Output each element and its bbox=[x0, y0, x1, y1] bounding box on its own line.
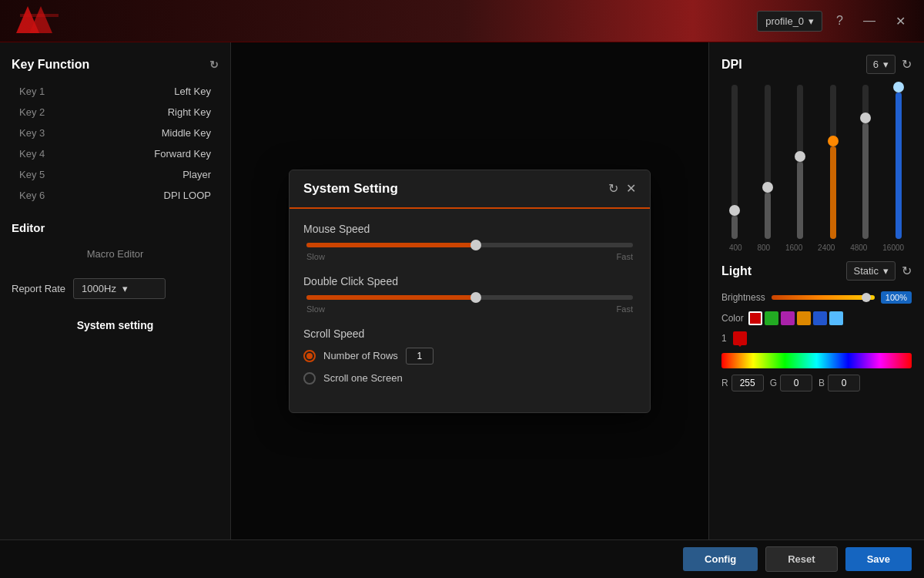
rgb-r-label: R bbox=[721, 378, 728, 388]
dpi-slider-fill bbox=[797, 162, 803, 239]
key-id: Key 3 bbox=[19, 127, 45, 139]
scroll-option-screen[interactable]: Scroll one Screen bbox=[303, 372, 636, 385]
save-button[interactable]: Save bbox=[845, 547, 912, 571]
selected-color-indicator-row: 1 bbox=[721, 331, 912, 345]
close-button[interactable]: ✕ bbox=[889, 11, 912, 32]
report-rate-chevron-icon: ▾ bbox=[122, 283, 128, 294]
profile-select[interactable]: profile_0 ▾ bbox=[757, 11, 822, 32]
double-click-slider[interactable]: Slow Fast bbox=[303, 295, 636, 314]
dpi-labels: 400 800 1600 2400 4800 16000 bbox=[721, 244, 912, 252]
color-swatch-3[interactable] bbox=[781, 311, 795, 325]
modal-close-button[interactable]: ✕ bbox=[626, 181, 636, 196]
color-spectrum[interactable] bbox=[721, 353, 912, 368]
key-value: Player bbox=[182, 169, 211, 180]
key-function-title: Key Function ↻ bbox=[12, 58, 219, 72]
modal-title: System Setting bbox=[303, 181, 398, 197]
scroll-rows-radio[interactable] bbox=[303, 350, 316, 362]
dpi-slider-fill-blue bbox=[896, 92, 902, 239]
brightness-row: Brightness 100% bbox=[721, 291, 912, 304]
help-button[interactable]: ? bbox=[830, 11, 849, 31]
scroll-option-rows[interactable]: Number of Rows bbox=[303, 348, 636, 365]
mouse-speed-slow-label: Slow bbox=[306, 252, 325, 261]
light-mode-select[interactable]: Static ▾ bbox=[846, 261, 896, 281]
modal-overlay: System Setting ↻ ✕ Mouse Speed bbox=[231, 42, 708, 539]
key-row[interactable]: Key 6 DPI LOOP bbox=[12, 185, 219, 206]
dpi-label: 400 bbox=[729, 244, 742, 252]
key-id: Key 2 bbox=[19, 106, 45, 118]
dpi-section-header: DPI 6 ▾ ↻ bbox=[721, 55, 912, 74]
dpi-slider-thumb[interactable] bbox=[828, 136, 839, 146]
dpi-slider-track[interactable] bbox=[830, 85, 836, 239]
selected-color-indicator[interactable] bbox=[733, 331, 747, 345]
config-button[interactable]: Config bbox=[683, 547, 758, 571]
brightness-thumb[interactable] bbox=[862, 293, 871, 302]
dpi-value: 6 bbox=[873, 59, 879, 70]
color-swatch-4[interactable] bbox=[797, 311, 811, 325]
color-label: Color bbox=[721, 313, 744, 324]
dpi-slider-track[interactable] bbox=[896, 85, 902, 239]
rgb-r-group: R bbox=[721, 375, 764, 391]
scroll-rows-input[interactable] bbox=[406, 348, 434, 365]
key-id: Key 6 bbox=[19, 190, 45, 201]
scroll-options: Number of Rows Scroll one Screen bbox=[303, 348, 636, 385]
light-mode-chevron-icon: ▾ bbox=[883, 265, 889, 277]
key-row[interactable]: Key 4 Forward Key bbox=[12, 143, 219, 164]
report-rate-value: 1000Hz bbox=[82, 283, 116, 294]
minimize-button[interactable]: — bbox=[857, 11, 882, 31]
key-row[interactable]: Key 5 Player bbox=[12, 164, 219, 185]
rgb-b-input[interactable] bbox=[828, 375, 860, 391]
dpi-slider-thumb[interactable] bbox=[762, 182, 773, 193]
dpi-slider-track[interactable] bbox=[765, 85, 771, 239]
modal-controls: ↻ ✕ bbox=[608, 181, 636, 196]
mouse-speed-section: Mouse Speed Slow Fast bbox=[303, 223, 636, 261]
dpi-slider-thumb[interactable] bbox=[860, 113, 871, 123]
dpi-slider-track[interactable] bbox=[862, 85, 869, 239]
refresh-icon[interactable]: ↻ bbox=[209, 59, 219, 71]
selected-index-label: 1 bbox=[721, 333, 727, 344]
dpi-slider-track[interactable] bbox=[797, 85, 803, 239]
color-swatch-2[interactable] bbox=[765, 311, 778, 325]
dpi-slider-thumb[interactable] bbox=[795, 151, 805, 162]
dpi-label: 4800 bbox=[850, 244, 867, 252]
reset-button[interactable]: Reset bbox=[765, 546, 837, 572]
color-swatch-1[interactable] bbox=[748, 311, 762, 325]
key-row[interactable]: Key 3 Middle Key bbox=[12, 123, 219, 143]
color-swatch-5[interactable] bbox=[813, 311, 827, 325]
light-controls: Static ▾ ↻ bbox=[846, 261, 912, 281]
light-title: Light bbox=[721, 264, 752, 278]
dpi-chevron-icon: ▾ bbox=[883, 59, 889, 70]
dpi-slider-thumb[interactable] bbox=[729, 205, 740, 216]
brightness-label: Brightness bbox=[721, 292, 765, 303]
dpi-label: 16000 bbox=[882, 244, 904, 252]
rgb-g-input[interactable] bbox=[780, 375, 812, 391]
key-row[interactable]: Key 2 Right Key bbox=[12, 102, 219, 123]
profile-value: profile_0 bbox=[765, 15, 804, 27]
system-setting-button[interactable]: System setting bbox=[12, 313, 219, 338]
dpi-slider-col bbox=[862, 85, 869, 239]
double-click-track bbox=[306, 295, 633, 300]
scroll-screen-label: Scroll one Screen bbox=[323, 372, 403, 384]
brightness-track[interactable] bbox=[772, 295, 875, 300]
dpi-refresh-button[interactable]: ↻ bbox=[902, 57, 912, 72]
rgb-b-group: B bbox=[819, 375, 860, 391]
macro-editor-button[interactable]: Macro Editor bbox=[12, 244, 219, 264]
report-rate-select[interactable]: 1000Hz ▾ bbox=[73, 278, 166, 299]
mouse-speed-thumb[interactable] bbox=[470, 240, 481, 250]
dpi-label: 2400 bbox=[818, 244, 835, 252]
modal-refresh-button[interactable]: ↻ bbox=[608, 181, 618, 196]
right-panel: DPI 6 ▾ ↻ bbox=[708, 42, 924, 539]
key-list: Key 1 Left Key Key 2 Right Key Key 3 Mid… bbox=[12, 81, 219, 206]
dpi-select[interactable]: 6 ▾ bbox=[866, 55, 896, 74]
rgb-g-group: G bbox=[770, 375, 812, 391]
dpi-slider-thumb[interactable] bbox=[893, 82, 904, 92]
dpi-slider-track[interactable] bbox=[732, 85, 738, 239]
double-click-thumb[interactable] bbox=[470, 292, 481, 303]
color-swatch-6[interactable] bbox=[829, 311, 843, 325]
key-row[interactable]: Key 1 Left Key bbox=[12, 81, 219, 102]
key-value: DPI LOOP bbox=[164, 190, 211, 201]
dpi-slider-fill bbox=[765, 193, 771, 239]
mouse-speed-slider[interactable]: Slow Fast bbox=[303, 243, 636, 261]
rgb-r-input[interactable] bbox=[732, 375, 764, 391]
scroll-screen-radio[interactable] bbox=[303, 372, 316, 385]
light-refresh-button[interactable]: ↻ bbox=[902, 264, 912, 278]
